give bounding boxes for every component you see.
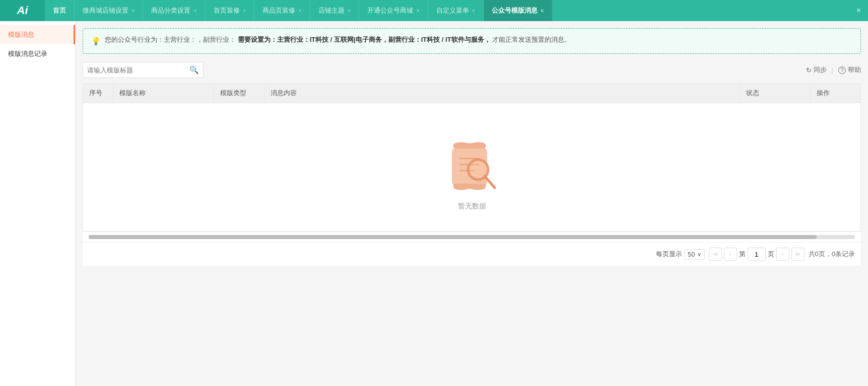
notice-box: 💡 您的公众号行业为：主营行业：，副营行业： 需要设置为：主营行业：IT科技 /… [83, 28, 861, 54]
nav-tab-openstore-label: 开通公众号商城 [367, 6, 413, 15]
toolbar-divider: | [832, 66, 833, 74]
nav-tab-category-label: 商品分类设置 [151, 6, 190, 15]
notice-highlight: 需要设置为：主营行业：IT科技 / 互联网|电子商务，副营行业：IT科技 / I… [238, 36, 491, 43]
nav-tab-productpage-close[interactable]: × [298, 8, 301, 14]
page-label-before: 第 [739, 250, 746, 259]
page-label-after: 页 [768, 250, 774, 259]
sidebar-item-template-msg-log[interactable]: 模版消息记录 [0, 44, 75, 63]
page-size-label: 每页显示 [656, 250, 682, 259]
nav-tab-theme-close[interactable]: × [348, 8, 351, 14]
nav-tab-weishop[interactable]: 微商城店铺设置 × [75, 0, 143, 21]
page-size-value: 50 [688, 251, 695, 258]
help-button[interactable]: ? 帮助 [838, 65, 861, 74]
content-area: 💡 您的公众号行业为：主营行业：，副营行业： 需要设置为：主营行业：IT科技 /… [76, 21, 868, 386]
sync-label: 同步 [814, 65, 827, 74]
nav-tab-theme[interactable]: 店铺主题 × [310, 0, 359, 21]
last-page-icon: ⊳ [795, 251, 800, 258]
page-total-info: 共0页，0条记录 [809, 250, 855, 259]
horizontal-scrollbar[interactable] [83, 231, 861, 242]
nav-tab-templatemsg[interactable]: 公众号模版消息 × [484, 0, 552, 21]
search-button[interactable]: 🔍 [189, 65, 199, 74]
prev-page-icon: ‹ [729, 251, 731, 258]
table-header-row: 序号 模版名称 模版类型 消息内容 状态 [83, 84, 861, 103]
scrollbar-thumb[interactable] [89, 235, 817, 239]
page-size-dropdown[interactable]: 50 ∨ [684, 249, 704, 260]
logo-text: Ai [17, 4, 28, 17]
next-page-button[interactable]: › [776, 248, 789, 261]
top-navigation: Ai 首页 微商城店铺设置 × 商品分类设置 × 首页装修 × 商品页装修 × … [0, 0, 868, 21]
nav-tab-templatemsg-close[interactable]: × [541, 8, 544, 14]
next-page-icon: › [782, 251, 784, 258]
notice-icon: 💡 [91, 35, 101, 47]
nav-tab-homepage[interactable]: 首页装修 × [206, 0, 254, 21]
empty-text: 暂无数据 [458, 202, 486, 211]
help-label: 帮助 [848, 65, 861, 74]
scrollbar-track [89, 235, 855, 239]
col-header-content: 消息内容 [264, 84, 740, 103]
col-header-type: 模版类型 [214, 84, 264, 103]
empty-svg-icon [442, 133, 502, 194]
col-header-status: 状态 [740, 84, 811, 103]
close-all-button[interactable]: × [849, 6, 868, 15]
sync-button[interactable]: ↻ 同步 [806, 65, 827, 74]
data-table: 序号 模版名称 模版类型 消息内容 状态 [83, 83, 861, 231]
nav-tab-home[interactable]: 首页 [45, 0, 75, 21]
nav-tab-homepage-label: 首页装修 [214, 6, 240, 15]
nav-tab-productpage-label: 商品页装修 [262, 6, 295, 15]
toolbar-right: ↻ 同步 | ? 帮助 [806, 65, 861, 74]
first-page-button[interactable]: ⊲ [709, 248, 722, 261]
nav-tab-weishop-close[interactable]: × [131, 8, 135, 14]
prev-page-button[interactable]: ‹ [724, 248, 737, 261]
table-empty-row: 暂无数据 [83, 103, 861, 231]
page-size-selector: 每页显示 50 ∨ [656, 249, 704, 260]
sidebar-item-template-msg[interactable]: 模版消息 [0, 25, 75, 44]
notice-text: 您的公众号行业为：主营行业：，副营行业： 需要设置为：主营行业：IT科技 / 互… [105, 35, 571, 45]
current-page-input[interactable] [748, 248, 766, 261]
first-page-icon: ⊲ [713, 251, 718, 258]
nav-tab-openstore-close[interactable]: × [416, 8, 419, 14]
search-input[interactable] [87, 66, 187, 74]
nav-tab-openstore[interactable]: 开通公众号商城 × [359, 0, 428, 21]
nav-tab-weishop-label: 微商城店铺设置 [83, 6, 128, 15]
logo: Ai [0, 0, 45, 21]
nav-tab-custommenu-close[interactable]: × [472, 8, 475, 14]
main-layout: 模版消息 模版消息记录 💡 您的公众号行业为：主营行业：，副营行业： 需要设置为… [0, 21, 868, 386]
nav-tab-category[interactable]: 商品分类设置 × [143, 0, 205, 21]
col-header-action: 操作 [811, 84, 861, 103]
nav-tab-templatemsg-label: 公众号模版消息 [492, 6, 538, 15]
page-navigation: ⊲ ‹ 第 页 › ⊳ [709, 248, 805, 261]
last-page-button[interactable]: ⊳ [791, 248, 805, 261]
nav-tab-home-label: 首页 [53, 6, 66, 15]
search-input-wrap: 🔍 [83, 62, 204, 78]
col-header-name: 模版名称 [113, 84, 214, 103]
empty-illustration [442, 133, 502, 194]
data-table-container: 序号 模版名称 模版类型 消息内容 状态 [83, 83, 861, 266]
table-body: 暂无数据 [83, 103, 861, 231]
nav-tab-custommenu-label: 自定义菜单 [436, 6, 469, 15]
nav-tab-homepage-close[interactable]: × [243, 8, 246, 14]
svg-point-6 [471, 162, 486, 177]
empty-state: 暂无数据 [83, 103, 860, 231]
notice-suffix: 才能正常发送预置的消息。 [492, 36, 571, 43]
col-header-index: 序号 [83, 84, 113, 103]
nav-tab-custommenu[interactable]: 自定义菜单 × [428, 0, 484, 21]
nav-tab-theme-label: 店铺主题 [318, 6, 345, 15]
sidebar: 模版消息 模版消息记录 [0, 21, 76, 386]
chevron-down-icon: ∨ [697, 251, 701, 258]
sync-icon: ↻ [806, 66, 812, 74]
search-bar: 🔍 ↻ 同步 | ? 帮助 [83, 62, 861, 78]
help-icon: ? [838, 66, 846, 74]
nav-tab-category-close[interactable]: × [193, 8, 196, 14]
pagination: 每页显示 50 ∨ ⊲ ‹ 第 页 [83, 242, 861, 266]
notice-prefix: 您的公众号行业为：主营行业：，副营行业： [105, 36, 236, 43]
nav-tab-productpage[interactable]: 商品页装修 × [254, 0, 310, 21]
